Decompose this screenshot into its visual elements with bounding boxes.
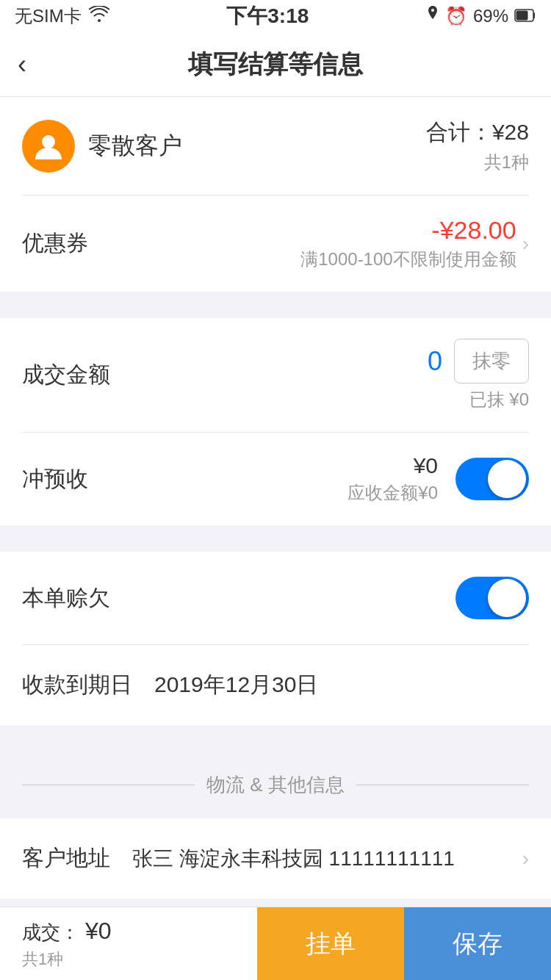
bottom-bar: 成交： ¥0 共1种 挂单 保存 bbox=[0, 907, 551, 980]
battery-label: 69% bbox=[473, 6, 508, 26]
transaction-sub: 已抹 ¥0 bbox=[469, 388, 529, 411]
bottom-count: 共1种 bbox=[22, 948, 235, 970]
bottom-amount: ¥0 bbox=[85, 918, 112, 945]
chong-toggle-thumb bbox=[488, 460, 526, 498]
gray-divider-3 bbox=[0, 737, 551, 752]
transaction-row: 成交金额 0 抹零 已抹 ¥0 bbox=[0, 318, 551, 432]
chong-amount-group: ¥0 应收金额¥0 bbox=[347, 453, 438, 505]
chong-amount: ¥0 bbox=[347, 453, 438, 478]
coupon-chevron-icon: › bbox=[522, 232, 529, 256]
address-chevron-icon: › bbox=[522, 847, 529, 871]
date-value: 2019年12月30日 bbox=[154, 670, 318, 700]
logistics-text: 物流 & 其他信息 bbox=[206, 772, 345, 798]
status-bar: 无SIM卡 下午3:18 ⏰ 69% bbox=[0, 0, 551, 32]
customer-left: 零散客户 bbox=[22, 120, 182, 173]
network-label: 无SIM卡 bbox=[15, 4, 82, 28]
coupon-right: -¥28.00 满1000-100不限制使用金额 › bbox=[300, 216, 529, 271]
nav-bar: ‹ 填写结算等信息 bbox=[0, 32, 551, 97]
address-section: 客户地址 张三 海淀永丰科技园 11111111111 › bbox=[0, 818, 551, 898]
sheqian-toggle-thumb bbox=[488, 579, 526, 617]
total-count: 共1种 bbox=[426, 151, 529, 174]
gray-divider-2 bbox=[0, 537, 551, 552]
coupon-desc: 满1000-100不限制使用金额 bbox=[300, 248, 516, 271]
address-value: 张三 海淀永丰科技园 11111111111 bbox=[132, 845, 522, 873]
customer-right: 合计：¥28 共1种 bbox=[426, 118, 529, 174]
maling-button[interactable]: 抹零 bbox=[454, 339, 529, 383]
status-time: 下午3:18 bbox=[226, 2, 309, 30]
hang-button[interactable]: 挂单 bbox=[257, 907, 404, 980]
address-label: 客户地址 bbox=[22, 843, 110, 873]
location-icon bbox=[426, 6, 439, 26]
logistics-divider: 物流 & 其他信息 bbox=[0, 752, 551, 818]
customer-name: 零散客户 bbox=[88, 130, 182, 162]
chong-label: 冲预收 bbox=[22, 464, 88, 494]
battery-icon bbox=[514, 6, 536, 26]
logistics-line-right bbox=[356, 785, 529, 785]
sheqian-toggle[interactable] bbox=[455, 577, 529, 619]
transaction-section: 成交金额 0 抹零 已抹 ¥0 冲预收 ¥0 应收金额¥0 bbox=[0, 318, 551, 525]
address-row[interactable]: 客户地址 张三 海淀永丰科技园 11111111111 › bbox=[0, 818, 551, 898]
coupon-label: 优惠券 bbox=[22, 228, 88, 259]
customer-avatar bbox=[22, 120, 75, 173]
nav-title: 填写结算等信息 bbox=[188, 48, 363, 82]
svg-point-2 bbox=[42, 135, 55, 148]
back-button[interactable]: ‹ bbox=[18, 49, 26, 80]
alarm-icon: ⏰ bbox=[445, 6, 467, 26]
chong-right: ¥0 应收金额¥0 bbox=[347, 453, 529, 505]
transaction-right: 0 抹零 已抹 ¥0 bbox=[428, 339, 529, 411]
logistics-line-left bbox=[22, 785, 195, 785]
address-chevron: › bbox=[522, 847, 529, 871]
date-label: 收款到期日 bbox=[22, 670, 132, 700]
customer-row: 零散客户 合计：¥28 共1种 bbox=[0, 97, 551, 195]
bottom-info: 成交： ¥0 共1种 bbox=[0, 907, 257, 980]
coupon-amount-group: -¥28.00 满1000-100不限制使用金额 bbox=[300, 216, 516, 271]
status-right: ⏰ 69% bbox=[426, 6, 536, 26]
status-left: 无SIM卡 bbox=[15, 4, 109, 28]
customer-section: 零散客户 合计：¥28 共1种 优惠券 -¥28.00 满1000-100不限制… bbox=[0, 97, 551, 292]
chong-toggle[interactable] bbox=[455, 458, 529, 500]
chong-row: 冲预收 ¥0 应收金额¥0 bbox=[0, 433, 551, 525]
total-amount: 合计：¥28 bbox=[426, 118, 529, 148]
gray-divider-1 bbox=[0, 303, 551, 318]
bottom-chengjiao-label: 成交： bbox=[22, 920, 79, 945]
date-row: 收款到期日 2019年12月30日 bbox=[0, 645, 551, 725]
amount-top-row: 0 抹零 bbox=[428, 339, 529, 383]
wifi-icon bbox=[89, 6, 109, 26]
chong-sub: 应收金额¥0 bbox=[347, 481, 438, 505]
transaction-value: 0 bbox=[428, 346, 442, 377]
sheqian-row: 本单赊欠 bbox=[0, 552, 551, 644]
coupon-row[interactable]: 优惠券 -¥28.00 满1000-100不限制使用金额 › bbox=[0, 195, 551, 292]
sheqian-label: 本单赊欠 bbox=[22, 583, 110, 613]
coupon-amount: -¥28.00 bbox=[300, 216, 516, 245]
svg-rect-1 bbox=[516, 11, 527, 21]
sheqian-section: 本单赊欠 收款到期日 2019年12月30日 bbox=[0, 552, 551, 725]
save-button[interactable]: 保存 bbox=[404, 907, 551, 980]
transaction-label: 成交金额 bbox=[22, 360, 110, 390]
